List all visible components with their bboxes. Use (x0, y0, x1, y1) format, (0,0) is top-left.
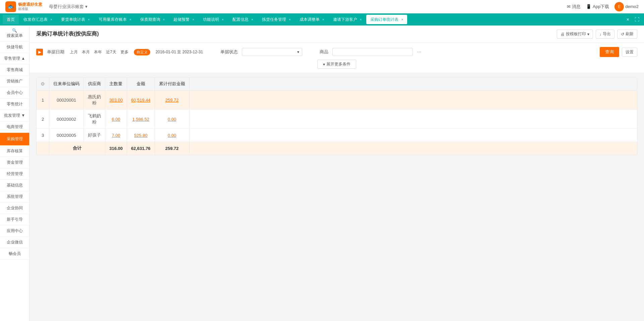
maximize-button[interactable]: ⛶ (633, 16, 641, 23)
header-actions: 🖨 按模板打印 ▾ ↓ 导出 ↺ 刷新 (557, 30, 637, 39)
tab-overstock[interactable]: 超储预警 × (169, 15, 198, 24)
col-amount-header: 金额 (127, 77, 155, 91)
chevron-down-icon: ▾ (297, 50, 299, 54)
row-code: 00020002 (49, 110, 84, 129)
chevron-down-icon: ▾ (323, 62, 325, 67)
tab-expiry[interactable]: 保质期查询 × (136, 15, 169, 24)
row-qty[interactable]: 6.00 (105, 110, 127, 129)
export-button[interactable]: ↓ 导出 (596, 30, 614, 39)
sidebar: 🔍 搜索菜单 快捷导航 零售管理 ▲ 零售商城 营销推广 会员中心 零售统计 批… (0, 25, 30, 321)
row-amount[interactable]: 1,586.52 (127, 110, 155, 129)
row-qty[interactable]: 303.00 (105, 91, 127, 110)
sidebar-item-retail-mall[interactable]: 零售商城 (0, 64, 29, 76)
tab-purchase-stats[interactable]: 采购订单统计表 × (366, 15, 407, 24)
expand-more-button[interactable]: ▾ 展开更多条件 (317, 60, 356, 69)
main-layout: 🔍 搜索菜单 快捷导航 零售管理 ▲ 零售商城 营销推广 会员中心 零售统计 批… (0, 25, 644, 321)
tab-summary[interactable]: 收发存汇总表 × (19, 15, 56, 24)
row-paid[interactable]: 0.00 (155, 110, 189, 129)
row-amount[interactable]: 60,519.44 (127, 91, 155, 110)
custom-date-tag[interactable]: 自定义 (134, 49, 150, 55)
footer-extra (189, 142, 637, 155)
shortcut-this-month[interactable]: 本月 (80, 49, 91, 56)
tab-config[interactable]: 配置信息 × (228, 15, 257, 24)
table-row: 3 00020005 好孩子 7.00 525.80 0.00 (37, 129, 637, 142)
sidebar-item-shortcut[interactable]: 快捷导航 (0, 42, 29, 53)
goods-filter-input[interactable] (332, 48, 413, 56)
shortcut-7days[interactable]: 近7天 (105, 49, 118, 56)
download-icon: 📱 (586, 4, 591, 9)
sidebar-item-purchase[interactable]: 采购管理 (0, 133, 29, 146)
refresh-button[interactable]: ↺ 刷新 (617, 30, 637, 39)
sidebar-item-retail-stats[interactable]: 零售统计 (0, 99, 29, 110)
tab-cost-adjust[interactable]: 成本调整单 × (296, 15, 328, 24)
close-icon[interactable]: × (163, 18, 165, 21)
footer-paid: 259.72 (155, 142, 189, 155)
top-bar-left: 🐟 畅捷通好生意 标准版 母婴行业演示账套 ▾ (5, 1, 88, 12)
user-menu[interactable]: E demo2 (614, 2, 639, 11)
tab-order-stats[interactable]: 要货单统计表 × (57, 15, 94, 24)
sidebar-item-inventory[interactable]: 库存核算 (0, 146, 29, 157)
shortcut-last-month[interactable]: 上月 (68, 49, 79, 56)
close-tab-button[interactable]: × (625, 16, 631, 23)
row-index: 1 (37, 91, 49, 110)
nav-tabs: 首页 收发存汇总表 × 要货单统计表 × 可用量库存账本 × 保质期查询 × 超… (0, 13, 644, 25)
tab-function-desc[interactable]: 功能说明 × (199, 15, 228, 24)
status-select[interactable]: ▾ (242, 48, 302, 56)
sidebar-item-marketing[interactable]: 营销推广 (0, 76, 29, 87)
close-icon[interactable]: × (360, 18, 362, 21)
sidebar-item-search[interactable]: 🔍 搜索菜单 (0, 25, 29, 42)
tab-pick-task[interactable]: 拣货任务管理 × (258, 15, 295, 24)
row-paid[interactable]: 259.72 (155, 91, 189, 110)
row-amount[interactable]: 525.80 (127, 129, 155, 142)
close-icon[interactable]: × (129, 18, 131, 21)
query-button[interactable]: 查询 (600, 47, 619, 57)
tab-available-stock[interactable]: 可用量库存账本 × (95, 15, 136, 24)
close-icon[interactable]: × (50, 18, 52, 21)
shortcut-this-year[interactable]: 本年 (93, 49, 103, 56)
workspace-selector[interactable]: 母婴行业演示账套 ▾ (49, 4, 88, 10)
column-settings-icon[interactable]: ⚙ (41, 81, 45, 87)
sidebar-item-retail[interactable]: 零售管理 ▲ (0, 53, 29, 64)
tab-invite[interactable]: 邀请下游客户 × (329, 15, 366, 24)
print-button[interactable]: 🖨 按模板打印 ▾ (557, 30, 593, 39)
logo-icon: 🐟 (5, 1, 16, 12)
filter-toggle-button[interactable]: ▶ (36, 49, 43, 55)
sidebar-item-apps[interactable]: 应用中心 (0, 225, 29, 237)
row-extra (189, 110, 637, 129)
close-icon[interactable]: × (401, 18, 403, 21)
avatar: E (614, 2, 624, 11)
row-qty[interactable]: 7.00 (105, 129, 127, 142)
close-icon[interactable]: × (322, 18, 324, 21)
row-paid[interactable]: 0.00 (155, 129, 189, 142)
chevron-down-icon: ▾ (85, 4, 88, 9)
sidebar-item-wxwork[interactable]: 企业微信 (0, 237, 29, 248)
close-icon[interactable]: × (88, 18, 90, 21)
content-area: 采购订单统计表(按供应商) 🖨 按模板打印 ▾ ↓ 导出 ↺ 刷新 (30, 25, 644, 321)
more-filter-icon[interactable]: ··· (417, 49, 421, 55)
sidebar-item-system[interactable]: 系统管理 (0, 191, 29, 203)
table-container: ⚙ 往来单位编码 供应商 主数量 金额 累计付款金额 1 00020001 (36, 77, 637, 155)
sidebar-item-ecommerce[interactable]: 电商管理 (0, 121, 29, 133)
close-icon[interactable]: × (289, 18, 291, 21)
sidebar-item-vip[interactable]: 畅会员 (0, 248, 29, 260)
goods-filter-label: 商品 (320, 49, 328, 55)
tab-home[interactable]: 首页 (3, 15, 19, 24)
sidebar-item-finance[interactable]: 资金管理 (0, 157, 29, 168)
sidebar-item-member[interactable]: 会员中心 (0, 87, 29, 99)
message-button[interactable]: ✉ 消息 (567, 4, 581, 10)
close-icon[interactable]: × (192, 18, 194, 21)
row-extra (189, 91, 637, 110)
row-supplier: 飞鹤奶粉 (84, 110, 105, 129)
sidebar-item-guide[interactable]: 新手引导 (0, 214, 29, 225)
close-icon[interactable]: × (222, 18, 224, 21)
filter-actions: 查询 设置 (600, 47, 637, 57)
date-filter-label: 单据日期 (47, 49, 64, 55)
sidebar-item-basic[interactable]: 基础信息 (0, 180, 29, 191)
sidebar-item-wholesale[interactable]: 批发管理 ▼ (0, 110, 29, 121)
sidebar-item-collab[interactable]: 企业协同 (0, 203, 29, 214)
close-icon[interactable]: × (251, 18, 253, 21)
sidebar-item-operation[interactable]: 经营管理 (0, 168, 29, 180)
settings-button[interactable]: 设置 (622, 48, 637, 57)
app-download-button[interactable]: 📱 App下载 (586, 4, 609, 10)
shortcut-more[interactable]: 更多 (119, 49, 130, 56)
